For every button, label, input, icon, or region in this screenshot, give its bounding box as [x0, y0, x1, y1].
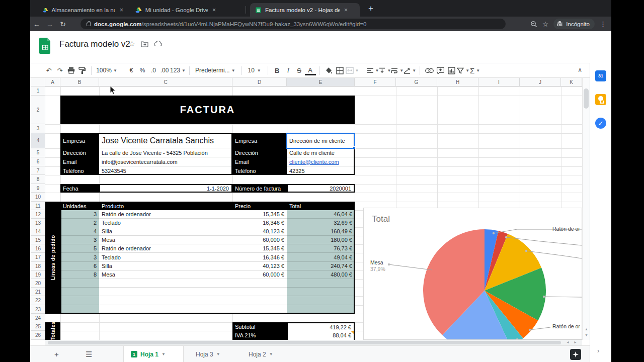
item-unidades[interactable]: 3	[60, 253, 99, 262]
move-folder-icon[interactable]	[141, 41, 148, 47]
text-color-icon[interactable]: A	[305, 66, 316, 75]
col-header-K[interactable]: K	[561, 78, 582, 86]
back-icon[interactable]: ←	[30, 20, 43, 28]
font-select[interactable]: Predetermi...▼	[193, 64, 237, 76]
sheet-tab-menu-icon[interactable]: ▼	[216, 352, 220, 356]
grid-corner[interactable]	[31, 78, 45, 86]
horizontal-align-icon[interactable]: ▼	[367, 64, 379, 76]
col-header-J[interactable]: J	[520, 78, 561, 86]
item-total[interactable]	[287, 288, 355, 296]
row-header-8[interactable]: 8	[31, 175, 45, 184]
vertical-scrollbar-thumb[interactable]	[584, 88, 589, 109]
row-header-9[interactable]: 9	[31, 184, 45, 193]
item-producto[interactable]	[99, 296, 232, 305]
bold-icon[interactable]: B	[272, 64, 283, 76]
row-header-10[interactable]: 10	[31, 193, 45, 202]
filter-icon[interactable]: ▼	[457, 64, 469, 76]
item-unidades[interactable]: 8	[60, 270, 99, 279]
item-total[interactable]: 49,04 €	[287, 253, 355, 262]
star-doc-icon[interactable]: ☆	[129, 40, 135, 48]
url-bar[interactable]: docs.google.com/spreadsheets/d/1uoV4mLNj…	[80, 19, 506, 29]
row-header-12[interactable]: 12	[31, 210, 45, 219]
total-value[interactable]: 88,04 €	[287, 331, 355, 340]
item-total[interactable]	[287, 305, 355, 314]
close-tab-icon[interactable]: ×	[344, 7, 348, 14]
item-unidades[interactable]: 5	[60, 244, 99, 253]
item-total[interactable]	[287, 279, 355, 288]
col-header-E[interactable]: E	[287, 78, 355, 86]
doc-title[interactable]: Factura modelo v2	[59, 39, 130, 49]
row-header-20[interactable]: 20	[31, 279, 45, 288]
seller-value[interactable]: Jose Vicente Carratala Sanchis	[99, 133, 232, 148]
close-tab-icon[interactable]: ×	[212, 7, 216, 14]
item-total[interactable]: 32,69 €	[287, 219, 355, 227]
item-unidades[interactable]	[60, 288, 99, 296]
item-unidades[interactable]	[60, 305, 99, 314]
calendar-icon[interactable]: 31	[595, 70, 606, 81]
item-unidades[interactable]: 3	[60, 236, 99, 244]
row-header-2[interactable]: 2	[31, 96, 45, 124]
text-rotation-icon[interactable]: ▼	[404, 64, 416, 76]
print-icon[interactable]	[65, 64, 76, 76]
item-producto[interactable]: Silla	[99, 227, 232, 236]
row-header-7[interactable]: 7	[31, 166, 45, 175]
row-header-18[interactable]: 18	[31, 262, 45, 270]
item-producto[interactable]	[99, 279, 232, 288]
item-total[interactable]	[287, 296, 355, 305]
col-header-D[interactable]: D	[232, 78, 287, 86]
zoom-out-icon[interactable]	[530, 21, 537, 28]
row-header-25[interactable]: 25	[31, 322, 45, 331]
functions-icon[interactable]: Σ▼	[469, 64, 480, 76]
all-sheets-icon[interactable]: ☰	[86, 350, 92, 359]
item-precio[interactable]	[232, 296, 287, 305]
insert-comment-icon[interactable]	[435, 64, 446, 76]
bookmark-star-icon[interactable]: ☆	[542, 20, 549, 28]
row-header-1[interactable]: 1	[31, 86, 45, 96]
selection-fill-handle[interactable]	[353, 146, 356, 149]
add-sheet-icon[interactable]: +	[54, 350, 59, 358]
col-header-F[interactable]: F	[355, 78, 396, 86]
format-percent-icon[interactable]: %	[137, 64, 148, 76]
insert-chart-icon[interactable]	[446, 64, 457, 76]
row-header-15[interactable]: 15	[31, 236, 45, 244]
seller-value[interactable]: info@josevicentecarratala.com	[99, 157, 232, 166]
horizontal-scrollbar-thumb[interactable]	[48, 341, 561, 344]
row-header-26[interactable]: 26	[31, 331, 45, 340]
item-producto[interactable]: Ratón de ordenador	[99, 244, 232, 253]
reload-icon[interactable]: ↻	[56, 20, 69, 28]
col-header-G[interactable]: G	[396, 78, 437, 86]
row-header-3[interactable]: 3	[31, 124, 45, 133]
item-precio[interactable]: 16,346 €	[232, 219, 287, 227]
row-header-14[interactable]: 14	[31, 227, 45, 236]
selected-cell-outline[interactable]	[286, 133, 355, 149]
merge-cells-icon[interactable]: ▼	[346, 64, 359, 76]
item-total[interactable]: 480,00 €	[287, 270, 355, 279]
item-total[interactable]: 180,00 €	[287, 236, 355, 244]
client-value[interactable]: 42325	[287, 166, 355, 175]
redo-icon[interactable]: ↷	[54, 64, 65, 76]
item-unidades[interactable]	[60, 279, 99, 288]
vertical-align-icon[interactable]: ▼	[379, 64, 391, 76]
keep-icon[interactable]	[595, 94, 606, 105]
browser-menu-icon[interactable]: ⋮	[600, 20, 606, 28]
client-value[interactable]: cliente@cliente.com	[287, 157, 355, 166]
strikethrough-icon[interactable]: S	[294, 64, 305, 76]
seller-value[interactable]: La calle de Jose Vicente - 54325 Poblaci…	[99, 148, 232, 157]
borders-icon[interactable]	[335, 64, 346, 76]
item-unidades[interactable]	[60, 296, 99, 305]
row-header-16[interactable]: 16	[31, 244, 45, 253]
numero-value[interactable]: 2020001	[287, 184, 355, 193]
row-header-19[interactable]: 19	[31, 270, 45, 279]
seller-value[interactable]: 53243545	[99, 166, 232, 175]
row-header-22[interactable]: 22	[31, 296, 45, 305]
forward-icon[interactable]: →	[43, 20, 56, 28]
more-formats-select[interactable]: 123▼	[170, 64, 186, 76]
item-precio[interactable]: 60,000 €	[232, 236, 287, 244]
browser-tab[interactable]: Factura modelo v2 - Hojas de c×	[250, 3, 360, 17]
item-total[interactable]: 160,49 €	[287, 227, 355, 236]
tasks-icon[interactable]: ✓	[595, 118, 606, 129]
col-header-A[interactable]: A	[45, 78, 60, 86]
row-header-6[interactable]: 6	[31, 157, 45, 166]
insert-link-icon[interactable]	[424, 64, 435, 76]
item-producto[interactable]: Teclado	[99, 253, 232, 262]
